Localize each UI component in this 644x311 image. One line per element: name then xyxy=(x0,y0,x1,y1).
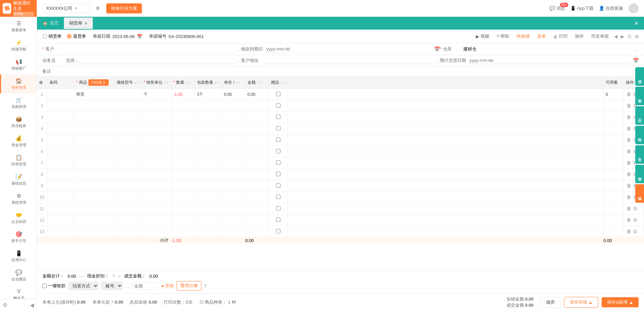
app-download-button[interactable]: 📱 App下载 xyxy=(570,5,594,11)
row-spec[interactable] xyxy=(114,112,141,123)
row-product[interactable] xyxy=(74,146,114,157)
row-spec[interactable] xyxy=(114,169,141,180)
tab-close-icon[interactable]: ✕ xyxy=(84,21,87,26)
customer-dots[interactable]: ... xyxy=(237,47,241,52)
sidebar-item-purchase[interactable]: 🛒采购管理 xyxy=(0,93,37,113)
add-payment-button[interactable]: ● 添加 xyxy=(161,283,174,289)
account-select[interactable]: 账号 xyxy=(101,282,123,290)
row-remark[interactable] xyxy=(288,169,603,180)
delete-row-btn[interactable]: 🗑 xyxy=(626,159,632,166)
row-spec[interactable] xyxy=(114,192,141,203)
row-gift[interactable] xyxy=(269,180,288,192)
row-amount[interactable] xyxy=(245,112,269,123)
row-remark[interactable] xyxy=(288,89,603,100)
row-quantity[interactable] xyxy=(171,146,195,157)
row-amount[interactable] xyxy=(245,123,269,134)
row-unit[interactable]: 个 xyxy=(141,89,171,100)
row-pack-qty[interactable] xyxy=(195,100,222,112)
delete-row-btn[interactable]: 🗑 xyxy=(626,137,632,143)
row-amount[interactable] xyxy=(245,146,269,157)
operate-btn[interactable]: 操作 xyxy=(573,32,586,40)
expense-help-icon[interactable]: ? xyxy=(204,283,206,288)
warehouse-dots[interactable]: ... xyxy=(635,47,639,52)
row-gift[interactable] xyxy=(269,157,288,169)
row-quantity[interactable] xyxy=(171,226,195,237)
view-grid-icon[interactable]: ⊞ xyxy=(635,34,639,39)
row-unit-price[interactable] xyxy=(222,134,245,146)
discard-button[interactable]: 放弃 xyxy=(540,297,561,308)
delete-row-btn[interactable]: 🗑 xyxy=(626,125,632,132)
customer-input[interactable] xyxy=(65,46,235,52)
row-quantity[interactable] xyxy=(171,100,195,112)
row-gift[interactable] xyxy=(269,112,288,123)
user-avatar[interactable] xyxy=(629,3,639,13)
nav-prev-icon[interactable]: ◀ xyxy=(614,34,617,39)
row-amount[interactable] xyxy=(245,169,269,180)
row-product[interactable] xyxy=(74,226,114,237)
save-draft-button[interactable]: 保存草稿 ▲ xyxy=(564,297,599,308)
row-quantity[interactable]: -1.00 xyxy=(171,89,195,100)
row-amount[interactable] xyxy=(245,100,269,112)
row-product[interactable]: 拆贡 xyxy=(74,89,114,100)
row-unit[interactable] xyxy=(141,192,171,203)
row-spec[interactable] xyxy=(114,123,141,134)
radio-return[interactable]: 退货单 xyxy=(67,33,86,39)
row-unit-price[interactable] xyxy=(222,203,245,215)
rp-fav-btn[interactable]: 收藏 xyxy=(635,165,644,183)
row-unit-price[interactable] xyxy=(222,226,245,237)
delete-row-btn[interactable]: 🗑 xyxy=(626,205,632,212)
row-gift[interactable] xyxy=(269,203,288,215)
row-amount[interactable] xyxy=(245,215,269,226)
delete-row-btn[interactable]: 🗑 xyxy=(626,171,632,178)
trial-button[interactable]: 体验行业方案 xyxy=(106,3,142,13)
row-quantity[interactable] xyxy=(171,123,195,134)
delete-row-btn[interactable]: 🗑 xyxy=(626,182,632,189)
row-unit-price[interactable] xyxy=(222,112,245,123)
row-unit-price[interactable] xyxy=(222,100,245,112)
row-spec[interactable] xyxy=(114,180,141,192)
row-pack-qty[interactable] xyxy=(195,134,222,146)
row-unit-price[interactable] xyxy=(222,215,245,226)
row-pack-qty[interactable] xyxy=(195,215,222,226)
rp-note-btn[interactable]: 备注 xyxy=(635,145,644,164)
row-remark[interactable] xyxy=(288,203,603,215)
row-quantity[interactable] xyxy=(171,169,195,180)
select-order-btn[interactable]: 选单 xyxy=(535,32,548,40)
row-product[interactable] xyxy=(74,203,114,215)
salesperson-input[interactable] xyxy=(65,57,235,64)
row-barcode[interactable] xyxy=(47,123,74,134)
sidebar-item-finance[interactable]: 💰资金管理 xyxy=(0,132,37,151)
row-product[interactable] xyxy=(74,100,114,112)
th-settings[interactable]: ⚙ xyxy=(37,77,47,89)
row-gift[interactable] xyxy=(269,226,288,237)
row-quantity[interactable] xyxy=(171,134,195,146)
row-unit-price[interactable] xyxy=(222,123,245,134)
row-spec[interactable] xyxy=(114,215,141,226)
row-unit[interactable] xyxy=(141,123,171,134)
row-barcode[interactable] xyxy=(47,203,74,215)
sidebar-item-operations[interactable]: 📋经营管理 xyxy=(0,151,37,170)
delete-row-btn[interactable]: 🗑 xyxy=(626,91,632,98)
row-barcode[interactable] xyxy=(47,157,74,169)
row-remark[interactable] xyxy=(288,123,603,134)
row-gift[interactable] xyxy=(269,123,288,134)
row-product[interactable] xyxy=(74,192,114,203)
payment-amount-input[interactable] xyxy=(132,282,159,290)
row-unit[interactable] xyxy=(141,157,171,169)
row-unit-price[interactable] xyxy=(222,180,245,192)
row-unit-price[interactable] xyxy=(222,169,245,180)
due-date-input[interactable] xyxy=(265,46,432,52)
row-barcode[interactable] xyxy=(47,215,74,226)
salesperson-dots[interactable]: ... xyxy=(237,58,241,63)
row-gift[interactable] xyxy=(269,134,288,146)
payment-checkbox[interactable] xyxy=(42,284,47,288)
row-unit[interactable] xyxy=(141,169,171,180)
row-remark[interactable] xyxy=(288,192,603,203)
help-btn[interactable]: ? 帮助 xyxy=(495,32,511,40)
row-pack-qty[interactable] xyxy=(195,192,222,203)
copy-row-btn[interactable]: ⧉ xyxy=(633,228,638,235)
row-unit[interactable] xyxy=(141,100,171,112)
row-gift[interactable] xyxy=(269,89,288,100)
row-amount[interactable] xyxy=(245,157,269,169)
row-unit[interactable] xyxy=(141,146,171,157)
